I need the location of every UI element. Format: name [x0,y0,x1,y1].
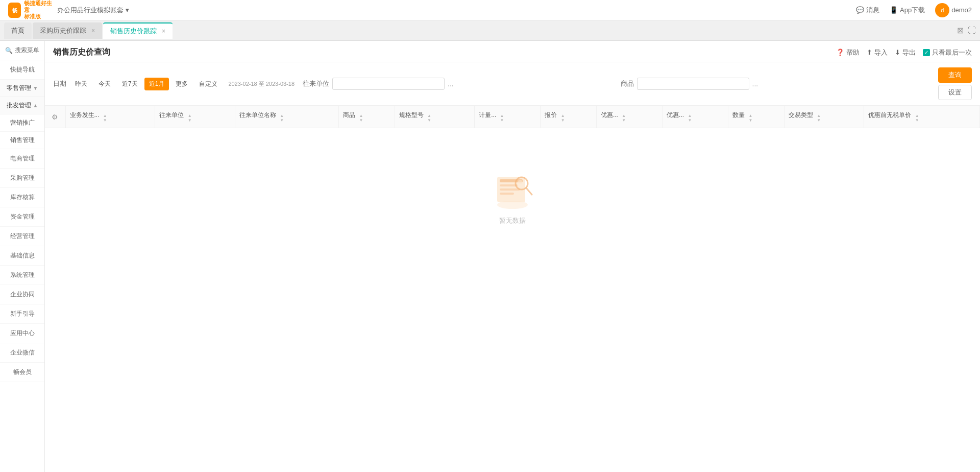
sidebar-item-retail[interactable]: 零售管理 ▼ [0,80,44,97]
inventory-label: 库存核算 [10,193,35,202]
sidebar-item-vip[interactable]: 畅会员 [0,363,44,382]
tab-home[interactable]: 首页 [4,22,32,39]
sidebar-item-inventory[interactable]: 库存核算 [0,188,44,207]
svg-line-9 [526,188,532,195]
th-unit[interactable]: 计量... ▲▼ [475,106,541,128]
download-label: App下载 [900,6,925,15]
data-table: ⚙ 业务发生... ▲▼ 往来单位 ▲▼ 往来单位名称 [45,106,980,128]
sidebar-item-wechat[interactable]: 企业微信 [0,343,44,363]
th-biz-date[interactable]: 业务发生... ▲▼ [65,106,155,128]
date-buttons: 昨天 今天 近7天 近1月 更多 自定义 [70,78,222,90]
th-price[interactable]: 报价 ▲▼ [541,106,597,128]
th-discount2[interactable]: 优惠... ▲▼ [663,106,728,128]
date-range-text: 2023-02-18 至 2023-03-18 [228,80,295,88]
tab-bar-close-button[interactable]: ⊠ [957,26,964,35]
vip-label: 畅会员 [13,368,32,376]
export-label: 导出 [902,48,916,57]
sidebar-item-sales[interactable]: 销售管理 [0,132,44,149]
goods-filter-group: 商品 ... [621,78,930,90]
filter-area: 日期 昨天 今天 近7天 近1月 更多 自定义 2023-02-18 至 202… [45,62,980,106]
wechat-label: 企业微信 [10,348,35,357]
view-toggle[interactable]: ✓ 只看最后一次 [923,48,972,57]
th-unit-code[interactable]: 往来单位 ▲▼ [155,106,235,128]
svg-point-10 [518,180,522,184]
sidebar-item-purchase[interactable]: 采购管理 [0,169,44,188]
sort-icon-price: ▲▼ [561,114,565,123]
unit-input[interactable] [332,78,445,90]
app-selector[interactable]: 办公用品行业模拟账套 ▾ [57,6,129,15]
th-tax-free-price[interactable]: 优惠前无税单价 ▲▼ [864,106,980,128]
sidebar-item-system[interactable]: 系统管理 [0,266,44,285]
user-area[interactable]: d demo2 [935,3,972,17]
th-trade-type[interactable]: 交易类型 ▲▼ [784,106,864,128]
sidebar-item-marketing[interactable]: 营销推广 [0,114,44,132]
wholesale-label: 批发管理 [7,101,31,110]
goods-input[interactable] [637,78,749,90]
date-filter-group: 日期 昨天 今天 近7天 近1月 更多 自定义 2023-02-18 至 202… [53,78,295,90]
message-label: 消息 [866,6,879,15]
sidebar-item-ecommerce[interactable]: 电商管理 [0,149,44,169]
message-button[interactable]: 💬 消息 [856,6,879,15]
date-btn-7days[interactable]: 近7天 [117,78,142,90]
sidebar-item-newbie[interactable]: 新手引导 [0,304,44,324]
app-download-button[interactable]: 📱 App下载 [890,6,925,15]
table-area: ⚙ 业务发生... ▲▼ 往来单位 ▲▼ 往来单位名称 [45,106,980,472]
sidebar-item-app-center[interactable]: 应用中心 [0,324,44,343]
svg-rect-5 [500,184,518,186]
tab-sales-history[interactable]: 销售历史价跟踪 × [103,22,173,39]
date-btn-yesterday[interactable]: 昨天 [70,78,92,90]
date-btn-custom[interactable]: 自定义 [194,78,222,90]
download-icon: 📱 [890,6,898,14]
tab-bar-expand-button[interactable]: ⛶ [968,26,976,35]
query-button[interactable]: 查询 [938,67,972,83]
export-icon: ⬇ [895,49,900,56]
help-button[interactable]: ❓ 帮助 [836,48,860,57]
sidebar-item-wholesale[interactable]: 批发管理 ▲ [0,97,44,114]
sidebar: 🔍 搜索菜单 快捷导航 零售管理 ▼ 批发管理 ▲ 营销推广 销售管理 电商管理… [0,41,45,472]
selector-label: 办公用品行业模拟账套 [57,6,124,15]
tab-home-label: 首页 [11,26,24,35]
sidebar-item-finance[interactable]: 资金管理 [0,207,44,227]
settings-button[interactable]: 设置 [938,85,972,100]
sidebar-item-enterprise[interactable]: 企业协同 [0,285,44,304]
tab2-close-icon[interactable]: × [162,28,165,35]
empty-text: 暂无数据 [499,216,526,225]
main-layout: 🔍 搜索菜单 快捷导航 零售管理 ▼ 批发管理 ▲ 营销推广 销售管理 电商管理… [0,41,980,472]
date-btn-today[interactable]: 今天 [94,78,115,90]
date-btn-more[interactable]: 更多 [171,78,192,90]
logo-area: 畅 畅捷通好生意 标准版 [8,0,52,20]
goods-dots-button[interactable]: ... [752,80,758,88]
sidebar-item-quicknav[interactable]: 快捷导航 [0,60,44,80]
sidebar-item-search[interactable]: 🔍 搜索菜单 [0,41,44,60]
th-spec[interactable]: 规格型号 ▲▼ [395,106,474,128]
page-header: 销售历史价查询 ❓ 帮助 ⬆ 导入 ⬇ 导出 ✓ [45,41,980,62]
sidebar-item-basic-info[interactable]: 基础信息 [0,246,44,266]
app-center-label: 应用中心 [10,329,35,338]
date-filter-label: 日期 [53,79,66,88]
tab1-label: 采购历史价跟踪 [40,26,86,35]
chevron-down-icon: ▾ [126,6,129,14]
sidebar-item-operations[interactable]: 经营管理 [0,227,44,246]
table-header-row: ⚙ 业务发生... ▲▼ 往来单位 ▲▼ 往来单位名称 [45,106,980,128]
sort-icon-spec: ▲▼ [427,114,431,123]
th-unit-name[interactable]: 往来单位名称 ▲▼ [235,106,338,128]
logo-text: 畅捷通好生意 标准版 [24,0,52,20]
newbie-label: 新手引导 [10,310,35,318]
svg-rect-7 [500,193,514,195]
th-discount1[interactable]: 优惠... ▲▼ [596,106,662,128]
import-button[interactable]: ⬆ 导入 [867,48,888,57]
page-title: 销售历史价查询 [53,47,110,58]
toggle-checkbox-icon: ✓ [923,49,930,56]
export-button[interactable]: ⬇ 导出 [895,48,916,57]
gear-icon[interactable]: ⚙ [52,113,58,121]
tab1-close-icon[interactable]: × [91,27,95,34]
date-btn-1month[interactable]: 近1月 [144,78,169,90]
empty-icon [487,169,538,210]
import-label: 导入 [874,48,888,57]
th-goods[interactable]: 商品 ▲▼ [339,106,395,128]
sort-icon-tax-free-price: ▲▼ [915,114,919,123]
th-qty[interactable]: 数量 ▲▼ [728,106,785,128]
unit-dots-button[interactable]: ... [448,80,454,88]
tab-purchase-history[interactable]: 采购历史价跟踪 × [33,22,102,39]
page-content: 销售历史价查询 ❓ 帮助 ⬆ 导入 ⬇ 导出 ✓ [45,41,980,472]
